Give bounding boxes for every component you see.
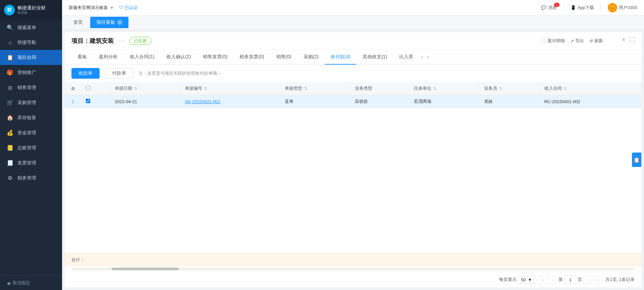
- sort-salesman-icon[interactable]: ⇅: [499, 86, 502, 90]
- sidebar-item-search[interactable]: 🔍 搜索菜单: [0, 20, 62, 35]
- maximize-window-btn[interactable]: ⛶: [629, 37, 635, 43]
- refresh-button[interactable]: ↺ 刷新: [589, 38, 603, 44]
- scrollbar-track[interactable]: [71, 268, 635, 270]
- sort-contract-icon[interactable]: ⇅: [564, 86, 567, 90]
- sidebar-item-purchase-label: 采购管理: [17, 100, 36, 106]
- ledger-icon: 📒: [7, 145, 13, 151]
- select-all-checkbox[interactable]: [86, 86, 90, 90]
- th-biz-type: 业务类型: [351, 82, 410, 95]
- topbar: 新服务官网演示账套 ▼ 🛡 已认证 💬 消息 1 📱 App下载 🐱 用户335…: [62, 0, 644, 15]
- avatar: 🐱: [608, 3, 617, 12]
- sidebar-item-tax[interactable]: ⚙ 税务管理: [0, 170, 62, 186]
- sub-nav-purchase[interactable]: 采购(2): [298, 50, 325, 65]
- row-checkbox[interactable]: [86, 99, 90, 103]
- user-label: 用户3355: [619, 5, 637, 11]
- th-contract: 收入合同 ⇅: [540, 82, 641, 95]
- unpin-icon: ◀: [7, 281, 10, 286]
- sub-nav: 看板 盈利分析 收入合同(1) 收入确认(2) 销售发票(0) 税务发票(0) …: [65, 50, 641, 65]
- sub-nav-income-confirm-label: 收入确认(2): [166, 54, 191, 59]
- sidebar-item-sales[interactable]: ◎ 销售管理: [0, 80, 62, 95]
- next-page-btn[interactable]: ›: [583, 275, 592, 284]
- sub-nav-income-confirm[interactable]: 收入确认(2): [160, 50, 197, 65]
- sidebar-logo: 财 畅捷通好业财 标准版: [0, 0, 62, 20]
- topbar-right: 💬 消息 1 📱 App下载 🐱 用户3355: [541, 3, 637, 12]
- doc-number-link[interactable]: SK-20220421-001: [185, 99, 220, 104]
- sub-nav-inout[interactable]: 出入库: [393, 50, 419, 65]
- page-number-input[interactable]: [564, 275, 576, 284]
- nav-arrow-right[interactable]: ›: [425, 51, 431, 63]
- sidebar-item-ledger[interactable]: 📒 总账管理: [0, 140, 62, 155]
- app-download-btn[interactable]: 📱 App下载: [571, 5, 594, 11]
- sidebar-item-marketing[interactable]: 🎁 营销推广: [0, 65, 62, 80]
- more-button[interactable]: ···: [118, 38, 125, 44]
- tax-icon: ⚙: [7, 175, 13, 181]
- sort-date-icon[interactable]: ⇅: [134, 86, 137, 90]
- sidebar-item-search-label: 搜索菜单: [17, 25, 36, 31]
- settings-icon[interactable]: ⚙: [71, 86, 75, 91]
- sub-nav-profit[interactable]: 盈利分析: [93, 50, 124, 65]
- sub-nav-payment-label: 收付款(4): [331, 54, 351, 59]
- sidebar-item-quicknav[interactable]: ⌂ 快捷导航: [0, 35, 62, 50]
- sidebar-unpin[interactable]: ◀ 取消固定: [0, 276, 62, 290]
- user-menu-btn[interactable]: 🐱 用户3355: [608, 3, 637, 12]
- sort-number-icon[interactable]: ⇅: [204, 86, 207, 90]
- page-size-value: 50: [521, 277, 526, 282]
- sidebar-item-contract[interactable]: 📋 项目合同: [0, 50, 62, 65]
- last-page-btn[interactable]: »: [593, 275, 602, 284]
- page-nav: « ‹ 第 页 › »: [538, 275, 602, 284]
- page-size-label: 每页显示: [499, 277, 517, 283]
- td-checkbox[interactable]: [82, 95, 111, 108]
- sub-nav-sales-invoice[interactable]: 销售发票(0): [197, 50, 233, 65]
- sidebar-item-quicknav-label: 快捷导航: [17, 40, 36, 46]
- td-index: 1: [65, 95, 82, 108]
- sub-nav-tax-invoice[interactable]: 税务发票(0): [233, 50, 270, 65]
- right-panel-toggle[interactable]: 📋: [632, 153, 641, 167]
- sub-nav-other[interactable]: 其他收支(1): [357, 50, 393, 65]
- account-selector[interactable]: 新服务官网演示账套 ▼: [69, 5, 114, 11]
- tab-project-board[interactable]: 项目看板 ×: [90, 17, 128, 28]
- sub-nav-sales[interactable]: 销售(0): [270, 50, 298, 65]
- sidebar-item-inventory[interactable]: 🏠 库存核算: [0, 110, 62, 125]
- messages-btn[interactable]: 💬 消息 1: [541, 5, 557, 11]
- sub-nav-income-contract[interactable]: 收入合同(1): [124, 50, 160, 65]
- receipt-tab[interactable]: 收款单: [71, 68, 100, 79]
- th-checkbox[interactable]: [82, 82, 111, 95]
- sidebar-item-marketing-label: 营销推广: [17, 70, 36, 76]
- sidebar-item-invoice[interactable]: 🧾 发票管理: [0, 155, 62, 170]
- th-doc-type-label: 单据类型: [285, 86, 302, 91]
- checkbox-box[interactable]: [541, 39, 546, 43]
- inventory-icon: 🏠: [7, 115, 13, 121]
- tabbar: 首页 项目看板 ×: [62, 15, 644, 29]
- shield-icon: 🛡: [119, 5, 123, 10]
- td-number[interactable]: SK-20220421-001: [181, 95, 281, 108]
- sub-nav-kanban[interactable]: 看板: [71, 50, 93, 65]
- sub-nav-purchase-label: 采购(2): [304, 54, 319, 59]
- invoice-icon: 🧾: [7, 160, 13, 166]
- prev-page-btn[interactable]: ‹: [548, 275, 557, 284]
- sub-tab-note: 注：这里是与项目关联的全部收付款单哦～: [139, 70, 221, 76]
- nav-arrow-left[interactable]: ‹: [419, 51, 425, 63]
- payment-tab[interactable]: 付款单: [105, 68, 133, 79]
- th-partner: 往来单位 ⇅: [410, 82, 480, 95]
- tab-home[interactable]: 首页: [67, 17, 89, 28]
- first-page-btn[interactable]: «: [538, 275, 547, 284]
- close-window-btn[interactable]: ×: [622, 37, 625, 43]
- sidebar-item-finance[interactable]: 💰 资金管理: [0, 125, 62, 140]
- show-detail-checkbox[interactable]: 显示明细: [541, 38, 565, 44]
- sidebar-item-purchase[interactable]: 🛒 采购管理: [0, 95, 62, 110]
- sort-doctype-icon[interactable]: ⇅: [304, 86, 307, 90]
- page-size-dropdown[interactable]: 50 ▼: [518, 276, 535, 284]
- tab-close-btn[interactable]: ×: [117, 20, 122, 25]
- sidebar-item-inventory-label: 库存核算: [17, 115, 36, 121]
- content-header: 项目：建筑安装 ··· 已生效 显示明细 ↗ 导出 ↺ 刷新: [65, 32, 641, 50]
- th-number-label: 单据编号: [185, 86, 202, 91]
- sort-partner-icon[interactable]: ⇅: [433, 86, 436, 90]
- horizontal-scrollbar-row: [65, 266, 641, 272]
- th-settings[interactable]: ⚙: [65, 82, 82, 95]
- td-salesman: 龙妹: [480, 95, 540, 108]
- table-row: 1 2022-04-21 SK-20220421-001 蓝单 应收款 宏茂商场…: [65, 95, 641, 108]
- scrollbar-thumb[interactable]: [112, 268, 179, 270]
- app-edition: 标准版: [17, 10, 46, 15]
- sub-nav-payment[interactable]: 收付款(4): [325, 50, 357, 65]
- export-button[interactable]: ↗ 导出: [570, 38, 584, 44]
